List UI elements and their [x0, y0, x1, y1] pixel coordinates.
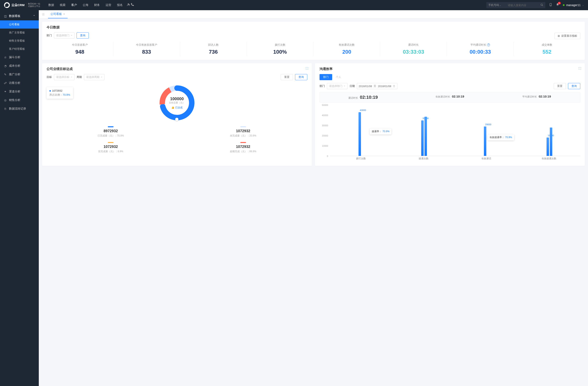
menu-icon: ⎘: [4, 107, 7, 110]
expand-icon[interactable]: ⛶: [579, 67, 581, 70]
seg-tab-person[interactable]: 个人: [332, 74, 345, 80]
sidebar-item[interactable]: ⚭渠道分析: [0, 87, 39, 96]
kpi-value: 552: [514, 49, 579, 55]
kpi-cell: 通话时长03:33:03: [380, 42, 447, 56]
bar: 29000: [484, 127, 486, 156]
kpi-cell: 拨打次数100%: [247, 42, 314, 56]
query-button[interactable]: 查询: [295, 74, 307, 80]
kpi-value: 100%: [248, 49, 313, 55]
nav-item[interactable]: 运营: [105, 3, 111, 7]
sidebar-item[interactable]: ◎销售分析: [0, 96, 39, 104]
sidebar-item[interactable]: ⎚漏斗分析: [0, 53, 39, 62]
menu-icon: ◔: [4, 64, 7, 68]
card-communication-efficiency: ⛶ 沟通效率 部门 个人 部门 请选择部门 日期 2018/01/08: [315, 63, 585, 166]
nav-item[interactable]: 数据: [48, 3, 54, 7]
card-today-data: 今日数据 部门 请选择部门 查询 ⚙ 设置显示指标 今日首咨客户948今日有效首…: [42, 22, 585, 60]
mobile-icon[interactable]: [549, 3, 552, 7]
query-button[interactable]: 查询: [568, 83, 580, 89]
card-title: 公司业绩目标达成: [46, 67, 307, 71]
card-goal-achievement: ⛶ 公司业绩目标达成 目标 请选择目标 周期 请选择周期 重置 查询: [42, 63, 312, 166]
info-icon[interactable]: ?: [487, 43, 490, 46]
kpi-cell: 今日首咨客户948: [46, 42, 113, 56]
sidebar-item[interactable]: ☍访客分析: [0, 79, 39, 87]
svg-point-0: [128, 3, 129, 5]
legend-item: 1072932 超额完成（元）|89.9%: [179, 142, 308, 153]
legend-item: 8972932 已完成量（元）|70.9%: [46, 126, 175, 137]
search-button[interactable]: [538, 2, 545, 8]
search-type-select[interactable]: 手机号码 ⌄: [486, 2, 506, 8]
kpi-value: 948: [47, 49, 112, 55]
dept-select[interactable]: 请选择部门: [327, 83, 348, 89]
settings-indicators-button[interactable]: ⚙ 设置显示指标: [554, 33, 580, 39]
sidebar-item[interactable]: 销售主管看板: [0, 37, 39, 45]
kpi-cell: 平均通话时长?00:00:33: [447, 42, 514, 56]
stat-cell: 平均通话时长02:10:19: [493, 95, 580, 100]
gear-icon: ⚙: [558, 35, 560, 38]
menu-icon: ⚭: [4, 90, 7, 93]
sidebar-item[interactable]: ◔成本分析: [0, 62, 39, 70]
stat-cell: 有效通话时长02:10:19: [406, 95, 493, 100]
sidebar-item[interactable]: ✎推广分析: [0, 70, 39, 79]
svg-point-3: [551, 5, 551, 5]
nav-item[interactable]: 财务: [94, 3, 100, 7]
search-input[interactable]: [506, 2, 538, 8]
seg-tab-dept[interactable]: 部门: [319, 74, 332, 80]
nav-item[interactable]: 报名: [117, 3, 123, 7]
reset-button[interactable]: 重置: [554, 83, 566, 89]
nav-item[interactable]: 公海: [83, 3, 88, 7]
chart-tooltip: 接通率：70.9%: [370, 129, 391, 135]
cloud-icon: [4, 2, 10, 8]
kpi-value: 736: [181, 49, 246, 55]
reset-button[interactable]: 重置: [281, 74, 293, 80]
logo-subtitle: 教育机构一站 式服务云平台: [26, 3, 40, 8]
tab-company-board[interactable]: 公司看板 ✕: [48, 10, 68, 18]
date-range-input[interactable]: 2018/01/08 至 2018/01/08 🗓: [357, 83, 397, 89]
dept-select[interactable]: 请选择部门: [54, 32, 75, 39]
sidebar-item[interactable]: ⎘数据流转记录: [0, 104, 39, 113]
nav-item[interactable]: 客户: [71, 3, 77, 7]
logo[interactable]: 云朵CRM 教育机构一站 式服务云平台: [4, 2, 40, 8]
bar: [424, 117, 427, 156]
calendar-icon: 🗓: [393, 85, 396, 88]
chart-tooltip: 有效接通率：70.9%: [487, 135, 514, 140]
notification-badge: 5: [558, 2, 561, 4]
chevron-up-icon: ⌃: [33, 15, 35, 18]
expand-icon[interactable]: ⛶: [306, 67, 308, 70]
sidebar-item[interactable]: 客户经理看板: [0, 45, 39, 53]
sidebar-item[interactable]: 公司看板: [0, 20, 39, 29]
period-select[interactable]: 请选择周期: [84, 74, 105, 80]
username: manager11: [566, 3, 581, 7]
achieved-badge: 👍 已达成: [171, 106, 183, 109]
dashboard-icon: ◫: [4, 15, 7, 18]
menu-icon: ⎚: [4, 56, 7, 59]
stat-cell: 通话时长02:10:19: [320, 95, 406, 100]
kpi-value: 00:00:33: [448, 49, 513, 55]
sidebar-item[interactable]: 推广主管看板: [0, 29, 39, 37]
status-online-icon: [563, 4, 565, 6]
card-title: 沟通效率: [319, 67, 580, 71]
bar-chart: 01000020000300004000050000 接通率：70.9% 有效接…: [319, 105, 580, 162]
sidebar-group-dashboard[interactable]: ◫ 数据看板 ⌃: [0, 12, 39, 20]
user-menu[interactable]: manager11 ⌄: [563, 3, 584, 7]
sidebar: ◫ 数据看板 ⌃ 公司看板推广主管看板销售主管看板客户经理看板 ⎚漏斗分析◔成本…: [0, 10, 39, 386]
bar: [550, 128, 552, 156]
card-title: 今日数据: [46, 25, 580, 30]
donut-center-value: 100000: [170, 96, 184, 101]
hamburger-icon[interactable]: ☰: [41, 13, 46, 16]
top-nav: 数据线索客户公海财务运营报名: [48, 3, 123, 7]
nav-item[interactable]: 线索: [60, 3, 65, 7]
kpi-cell: 今日有效首咨客户833: [113, 42, 180, 56]
add-user-icon[interactable]: [127, 3, 130, 7]
main-content: ☰ 公司看板 ✕ 今日数据 部门 请选择部门 查询 ⚙: [39, 10, 588, 386]
bar: 35000: [421, 120, 424, 156]
query-button[interactable]: 查询: [77, 32, 89, 39]
bell-icon[interactable]: 5: [556, 3, 559, 7]
phone-icon[interactable]: [130, 3, 134, 7]
search-box: 手机号码 ⌄: [486, 2, 546, 8]
kpi-cell: 回访人数736: [180, 42, 247, 56]
bar: 18000: [546, 137, 549, 156]
thumbs-up-icon: 👍: [171, 106, 174, 109]
close-icon[interactable]: ✕: [63, 13, 65, 16]
target-select[interactable]: 请选择目标: [54, 74, 75, 80]
legend-item: 1072932 未完成量（元）|20.9%: [179, 126, 308, 137]
